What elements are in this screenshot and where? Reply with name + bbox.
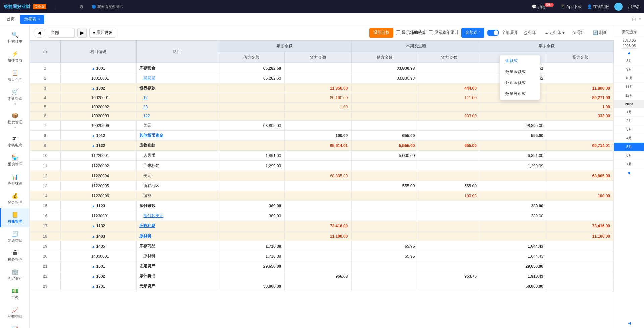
mode-btn[interactable]: 金额式 ^: [461, 28, 484, 38]
show-assist-checkbox[interactable]: 显示辅助核算: [396, 30, 426, 36]
sidebar-item-project[interactable]: 📋 项目合同: [0, 66, 29, 85]
user-avatar[interactable]: [614, 3, 623, 11]
cell-code: ▲ 1001: [60, 63, 136, 73]
table-row: 10 11220001 人民币 1,891.00 5,000.00 6,891.…: [30, 151, 614, 161]
cell-pb-debit: [218, 103, 285, 112]
month-12[interactable]: 12月: [614, 91, 644, 100]
cell-cd-debit: [352, 191, 418, 201]
cell-name[interactable]: 预付款美元: [136, 211, 218, 221]
breadcrumb-input[interactable]: [48, 28, 75, 38]
cell-name[interactable]: 回回回: [136, 73, 218, 83]
right-panel-title: 期间选择: [614, 28, 644, 36]
demo-link[interactable]: 🔵 我要看实例演示: [92, 4, 123, 9]
purchase-icon: 🏪: [12, 154, 18, 161]
expand-all-toggle[interactable]: [487, 30, 499, 36]
app-download-btn[interactable]: 📱 App下载: [560, 4, 582, 10]
cell-code: 11220004: [60, 171, 136, 181]
sidebar-item-fixed-assets[interactable]: 🏢 固定资产: [0, 265, 29, 284]
cell-name: 所在地区: [136, 181, 218, 191]
sidebar-item-retail[interactable]: 🛒 零售管理 ▾: [0, 85, 29, 109]
sidebar-item-tax[interactable]: 🏛 税务管理: [0, 247, 29, 265]
month-9[interactable]: 9月: [614, 65, 644, 74]
tab-close-btn[interactable]: ×: [38, 17, 40, 21]
cell-cd-debit: [352, 211, 418, 221]
show-year-checkbox[interactable]: 显示本年累计: [429, 30, 459, 36]
month-11[interactable]: 11月: [614, 83, 644, 91]
settings-icon[interactable]: ⚙: [79, 4, 84, 9]
export-btn[interactable]: ⇲ 导出: [570, 28, 588, 38]
username: 用户名: [628, 4, 640, 10]
cell-name[interactable]: 12: [136, 93, 218, 103]
message-btn[interactable]: 💬 消息99+: [532, 4, 555, 10]
sidebar-item-search[interactable]: 🔍 搜索菜单: [0, 28, 29, 47]
sidebar-item-invoice[interactable]: 🧾 发票管理: [0, 227, 29, 247]
month-3[interactable]: 3月: [614, 125, 644, 134]
cell-name[interactable]: 其他货币资金: [136, 131, 218, 141]
month-nav-down[interactable]: ▼: [626, 169, 633, 177]
month-10[interactable]: 10月: [614, 74, 644, 83]
cell-name[interactable]: 应收利息: [136, 221, 218, 231]
tab-close-all-btn[interactable]: ×: [639, 17, 641, 22]
dropdown-item-qty-foreign[interactable]: 数量外币式: [500, 88, 540, 100]
sidebar-item-capital[interactable]: 💰 资金管理: [0, 189, 29, 208]
month-5[interactable]: 5月: [614, 143, 644, 151]
table-row: 7 10020006 美元 68,805.00 68,805.00: [30, 121, 614, 131]
th-settings[interactable]: ⚙: [30, 41, 61, 63]
cell-pb-debit: 389.00: [218, 201, 285, 211]
cell-cd-debit: 5,000.00: [352, 151, 418, 161]
cell-pe-debit: 68,805.00: [480, 121, 547, 131]
cell-name[interactable]: 原材料: [136, 231, 218, 241]
dropdown-item-qty-amount[interactable]: 数量金额式: [500, 66, 540, 77]
sidebar-item-wholesale[interactable]: 📦 批发管理 ▾: [0, 109, 29, 132]
cell-cd-credit: 333.00: [418, 112, 480, 121]
dropdown-item-amount[interactable]: 金额式: [500, 55, 540, 66]
cell-pb-debit: 50,000.00: [218, 281, 285, 291]
panel-collapse-btn[interactable]: ◀: [625, 318, 633, 328]
month-8[interactable]: 8月: [614, 57, 644, 65]
invoice-icon: 🧾: [12, 231, 18, 237]
sidebar-item-report[interactable]: 📝 小畅报销: [0, 323, 29, 328]
cell-cd-credit: [418, 161, 480, 171]
cell-name[interactable]: 122: [136, 112, 218, 121]
tab-home[interactable]: 首页: [3, 15, 19, 24]
month-6[interactable]: 6月: [614, 151, 644, 160]
cell-pe-debit: 1,644.43: [480, 251, 547, 261]
month-7[interactable]: 7月: [614, 160, 644, 169]
online-service-btn[interactable]: 👤 在线客服: [587, 4, 609, 10]
dropdown-item-foreign-amount[interactable]: 外币金额式: [500, 77, 540, 88]
sidebar-item-purchase[interactable]: 🏪 采购管理: [0, 151, 29, 170]
table-row: 16 11230001 预付款美元 389.00 389.00: [30, 211, 614, 221]
expand-more-btn[interactable]: ▾ 展开更多: [89, 28, 116, 38]
print-btn[interactable]: 🖨 打印: [521, 28, 539, 38]
sidebar-item-inventory[interactable]: 📊 库存核算: [0, 170, 29, 189]
sidebar-item-operations[interactable]: 📈 经营管理: [0, 304, 29, 323]
cell-name[interactable]: 23: [136, 103, 218, 112]
sidebar-item-general-ledger[interactable]: 📒 总账管理: [0, 208, 29, 227]
cloud-print-btn[interactable]: ☁ 云打印 ▾: [542, 28, 567, 38]
nav-left-btn[interactable]: ◀: [34, 28, 45, 38]
cell-cd-credit: [418, 211, 480, 221]
cell-code: ▲ 1403: [60, 231, 136, 241]
cell-code: 11230001: [60, 211, 136, 221]
cell-pe-debit: [480, 181, 547, 191]
tab-balance-sheet[interactable]: 余额表 ×: [20, 15, 44, 24]
table-row: 15 ▲ 1123 预付账款 389.00 389.00: [30, 201, 614, 211]
return-old-btn[interactable]: 退回旧版: [369, 28, 393, 38]
cell-name: 固定资产: [136, 261, 218, 271]
refresh-btn[interactable]: 🔄 刷新: [590, 28, 610, 38]
cell-cd-credit: 111.00: [418, 93, 480, 103]
nav-right-btn[interactable]: ▶: [77, 28, 87, 38]
sidebar-item-quick-nav[interactable]: ⚡ 快捷导航: [0, 47, 29, 66]
tab-restore-btn[interactable]: ⊡: [632, 17, 636, 22]
cell-pb-credit: 11,100.00: [285, 231, 352, 241]
month-nav-up[interactable]: ▲: [626, 49, 633, 57]
tab-bar: 首页 余额表 × ⊡ ×: [0, 13, 644, 25]
cell-name: 累计折旧: [136, 271, 218, 281]
month-1[interactable]: 1月: [614, 108, 644, 117]
cell-no: 9: [30, 141, 61, 151]
month-2[interactable]: 2月: [614, 117, 644, 125]
sidebar-item-ecommerce[interactable]: 🛍 小畅电商: [0, 132, 29, 151]
period-start: 2023.05: [621, 38, 637, 43]
sidebar-item-salary[interactable]: 💵 工资: [0, 284, 29, 304]
month-4[interactable]: 4月: [614, 134, 644, 143]
